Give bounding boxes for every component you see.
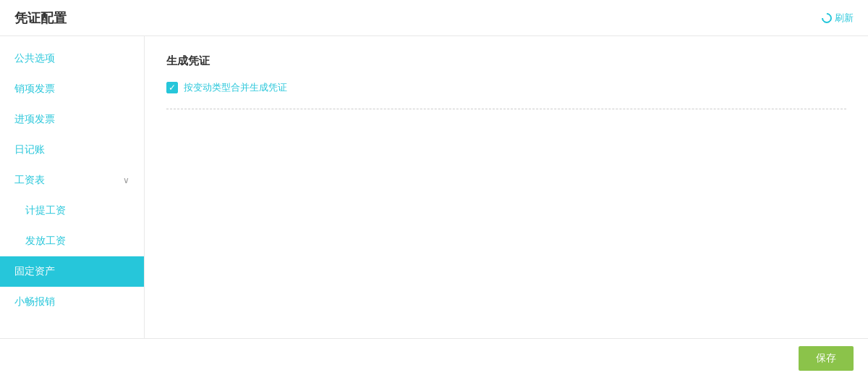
sidebar-item-label: 小畅报销 bbox=[14, 295, 55, 308]
footer: 保存 bbox=[0, 338, 868, 378]
sidebar: 公共选项销项发票进项发票日记账工资表∨计提工资发放工资固定资产小畅报销 bbox=[0, 36, 145, 338]
sidebar-item-label: 工资表 bbox=[14, 174, 45, 187]
refresh-button[interactable]: 刷新 bbox=[822, 12, 854, 25]
divider bbox=[166, 109, 846, 109]
sidebar-item-petty-expense[interactable]: 小畅报销 bbox=[0, 287, 144, 317]
header: 凭证配置 刷新 bbox=[0, 0, 868, 36]
sidebar-item-public-options[interactable]: 公共选项 bbox=[0, 43, 144, 74]
save-button[interactable]: 保存 bbox=[799, 346, 854, 371]
sidebar-item-payroll-table[interactable]: 工资表∨ bbox=[0, 165, 144, 196]
sidebar-item-label: 日记账 bbox=[14, 143, 45, 156]
page-title: 凭证配置 bbox=[14, 9, 67, 27]
chevron-down-icon: ∨ bbox=[123, 175, 129, 185]
sidebar-item-sales-invoice[interactable]: 销项发票 bbox=[0, 74, 144, 104]
sidebar-item-journal[interactable]: 日记账 bbox=[0, 135, 144, 165]
sidebar-item-label: 固定资产 bbox=[14, 265, 55, 278]
merge-checkbox-row: 按变动类型合并生成凭证 bbox=[166, 81, 846, 94]
page-wrapper: 凭证配置 刷新 公共选项销项发票进项发票日记账工资表∨计提工资发放工资固定资产小… bbox=[0, 0, 868, 378]
sidebar-item-label: 计提工资 bbox=[25, 204, 66, 217]
sidebar-item-payroll-payment[interactable]: 发放工资 bbox=[0, 226, 144, 256]
sidebar-item-fixed-assets[interactable]: 固定资产 bbox=[0, 256, 144, 287]
section-title: 生成凭证 bbox=[166, 54, 846, 68]
body: 公共选项销项发票进项发票日记账工资表∨计提工资发放工资固定资产小畅报销 生成凭证… bbox=[0, 36, 868, 338]
merge-checkbox[interactable] bbox=[166, 82, 178, 93]
refresh-label: 刷新 bbox=[835, 12, 854, 25]
sidebar-item-label: 发放工资 bbox=[25, 235, 66, 248]
sidebar-item-label: 公共选项 bbox=[14, 52, 55, 65]
merge-checkbox-label[interactable]: 按变动类型合并生成凭证 bbox=[184, 81, 287, 94]
main-content: 生成凭证 按变动类型合并生成凭证 bbox=[145, 36, 868, 338]
sidebar-item-payroll-accrual[interactable]: 计提工资 bbox=[0, 196, 144, 226]
sidebar-item-label: 销项发票 bbox=[14, 83, 55, 96]
sidebar-item-purchase-invoice[interactable]: 进项发票 bbox=[0, 104, 144, 135]
refresh-icon bbox=[820, 11, 834, 25]
sidebar-item-label: 进项发票 bbox=[14, 113, 55, 126]
